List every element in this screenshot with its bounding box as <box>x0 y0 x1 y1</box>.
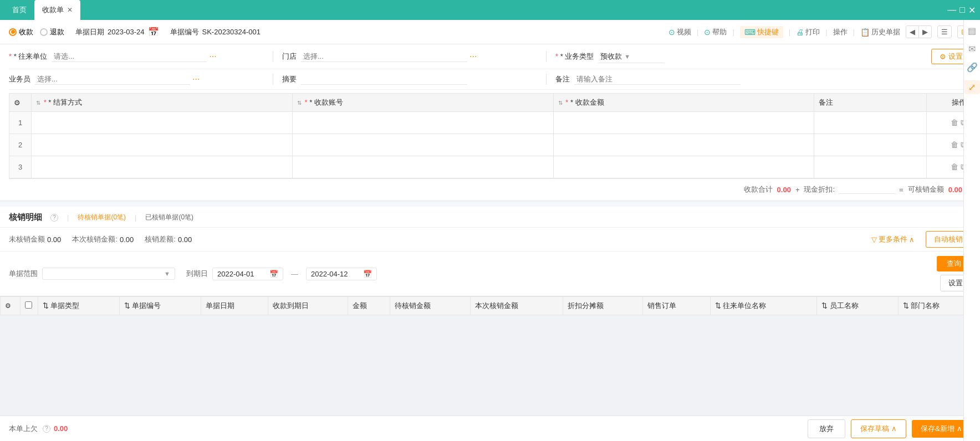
save-new-button[interactable]: 保存&新增 ∧ <box>912 420 971 438</box>
chevron-up-icon: ∧ <box>909 235 915 244</box>
minimize-icon[interactable]: — <box>947 5 956 15</box>
shortcut-action[interactable]: ⌨ 快捷键 <box>740 26 783 38</box>
vth-amount: 金额 <box>348 297 390 315</box>
counterpart-label: * 往来单位 <box>9 52 47 61</box>
save-draft-button[interactable]: 保存草稿 ∧ <box>851 419 906 438</box>
discard-button[interactable]: 放弃 <box>808 419 845 438</box>
summary-field: 摘要 <box>282 74 537 85</box>
print-icon: 🖨 <box>796 28 804 37</box>
history-action[interactable]: 📋 历史单据 <box>860 27 900 37</box>
video-icon: ⊙ <box>668 28 675 37</box>
delete-icon-1[interactable]: 🗑 <box>951 118 958 127</box>
tab-pending[interactable]: 待核销单据(0笔) <box>78 213 126 222</box>
verify-content: 核销明细 ? | 待核销单据(0笔) | 已核销单据(0笔) 未核销金额 0.0… <box>0 207 980 315</box>
date-from-input[interactable] <box>217 270 267 278</box>
tab-close-icon[interactable]: ✕ <box>67 6 73 14</box>
row3-amount[interactable] <box>553 156 814 178</box>
page-footer: 本单上欠 ? 0.00 放弃 保存草稿 ∧ 保存&新增 ∧ <box>0 416 980 441</box>
radio-income-dot <box>9 28 17 36</box>
tab-receipt[interactable]: 收款单 ✕ <box>34 0 80 20</box>
list-view-btn[interactable]: ☰ <box>937 25 952 38</box>
counterpart-input[interactable] <box>52 51 207 62</box>
range-chevron-down-icon: ▼ <box>164 270 170 277</box>
salesman-label: 业务员 <box>9 74 30 84</box>
gear-header[interactable]: ⚙ <box>9 94 32 112</box>
row3-remark[interactable] <box>814 156 927 178</box>
store-input[interactable] <box>301 51 467 62</box>
calendar-icon[interactable]: 📅 <box>148 27 159 37</box>
counterpart-more-icon[interactable]: ··· <box>209 52 216 61</box>
salesman-input[interactable] <box>35 74 190 85</box>
print-action[interactable]: 🖨 打印 <box>796 27 820 37</box>
row2-account[interactable] <box>292 134 553 156</box>
number-field: 单据编号 SK-20230324-001 <box>170 27 261 37</box>
due-date-field: 到期日 📅 — 📅 <box>186 268 377 280</box>
store-more-icon[interactable]: ··· <box>469 52 477 61</box>
video-action[interactable]: ⊙ 视频 <box>668 27 691 37</box>
scroll-area[interactable]: * 往来单位 ··· 门店 ··· * 业务类型 预收款 ▼ ⚙ 设置 <box>0 44 980 416</box>
discount-input[interactable] <box>839 185 895 194</box>
help-icon: ⊙ <box>704 28 711 37</box>
salesman-more-icon[interactable]: ··· <box>192 74 200 84</box>
calendar-to-icon[interactable]: 📅 <box>363 270 372 278</box>
delete-icon-3[interactable]: 🗑 <box>951 162 958 171</box>
next-arrow[interactable]: ▶ <box>919 26 931 38</box>
row1-account[interactable] <box>292 112 553 134</box>
vth-current-verify: 本次核销金额 <box>470 297 563 315</box>
field-divider-2 <box>546 51 547 62</box>
help-action[interactable]: ⊙ 帮助 <box>704 27 727 37</box>
tab-done[interactable]: 已核销单据(0笔) <box>145 213 193 222</box>
remark-input[interactable] <box>574 74 741 85</box>
row1-remark[interactable] <box>814 112 927 134</box>
history-icon: 📋 <box>860 28 870 37</box>
row2-amount[interactable] <box>553 134 814 156</box>
summary-input[interactable] <box>301 74 467 85</box>
vth-pending: 待核销金额 <box>390 297 470 315</box>
vth-checkbox[interactable] <box>21 297 38 315</box>
delete-icon-2[interactable]: 🗑 <box>951 140 958 149</box>
sidebar-table-icon[interactable]: ▤ <box>968 25 976 36</box>
remark-label: 备注 <box>555 74 570 84</box>
sidebar-attachment-icon[interactable]: 🔗 <box>967 62 978 73</box>
diff-stat: 核销差额: 0.00 <box>145 234 192 244</box>
maximize-icon[interactable]: □ <box>959 5 965 15</box>
row1-settle[interactable] <box>32 112 293 134</box>
verify-info-icon[interactable]: ? <box>50 214 58 222</box>
calendar-from-icon[interactable]: 📅 <box>269 270 278 278</box>
vth-gear[interactable]: ⚙ <box>1 297 21 315</box>
row3-settle[interactable] <box>32 156 293 178</box>
row2-remark[interactable] <box>814 134 927 156</box>
salesman-field: 业务员 ··· <box>9 74 264 85</box>
row3-account[interactable] <box>292 156 553 178</box>
right-sidebar: ▤ ✉ 🔗 ⤢ <box>963 20 980 441</box>
operation-action[interactable]: 操作 <box>833 27 848 37</box>
radio-refund[interactable]: 退款 <box>40 27 64 37</box>
footer-info-icon[interactable]: ? <box>43 425 50 433</box>
prev-arrow[interactable]: ◀ <box>906 26 919 38</box>
save-draft-arrow-icon: ∧ <box>891 424 897 433</box>
footer-right: 放弃 保存草稿 ∧ 保存&新增 ∧ <box>808 419 971 438</box>
close-icon[interactable]: ✕ <box>968 5 976 16</box>
row1-amount[interactable] <box>553 112 814 134</box>
toolbar-actions: ⊙ 视频 | ⊙ 帮助 | ⌨ 快捷键 | 🖨 打印 | 操作 | 📋 历史单据… <box>668 25 971 38</box>
field-divider-3 <box>273 74 273 85</box>
select-all-checkbox[interactable] <box>25 301 32 309</box>
tab-bar: 首页 收款单 ✕ — □ ✕ <box>0 0 980 20</box>
keyboard-icon: ⌨ <box>744 28 756 37</box>
radio-income[interactable]: 收款 <box>9 27 33 37</box>
range-select[interactable]: ▼ <box>42 268 175 280</box>
receipt-table: ⚙ ⇅ * * 结算方式 ⇅ * * 收款账号 ⇅ * <box>9 93 971 178</box>
sidebar-mail-icon[interactable]: ✉ <box>968 44 976 54</box>
sort-icon-3: ⇅ <box>558 100 563 106</box>
th-account: ⇅ * * 收款账号 <box>292 94 553 112</box>
sidebar-expand-icon[interactable]: ⤢ <box>964 80 980 94</box>
vth-sales-order: 销售订单 <box>643 297 711 315</box>
more-conditions-link[interactable]: ▽ 更多条件 ∧ <box>871 234 915 244</box>
row2-settle[interactable] <box>32 134 293 156</box>
th-remark: 备注 <box>814 94 927 112</box>
date-to-wrap: 📅 <box>306 268 377 280</box>
business-type-field: * 业务类型 预收款 ▼ <box>555 50 931 63</box>
business-type-dropdown[interactable]: 预收款 ▼ <box>598 50 665 63</box>
tab-home[interactable]: 首页 <box>4 0 34 20</box>
date-to-input[interactable] <box>311 270 361 278</box>
